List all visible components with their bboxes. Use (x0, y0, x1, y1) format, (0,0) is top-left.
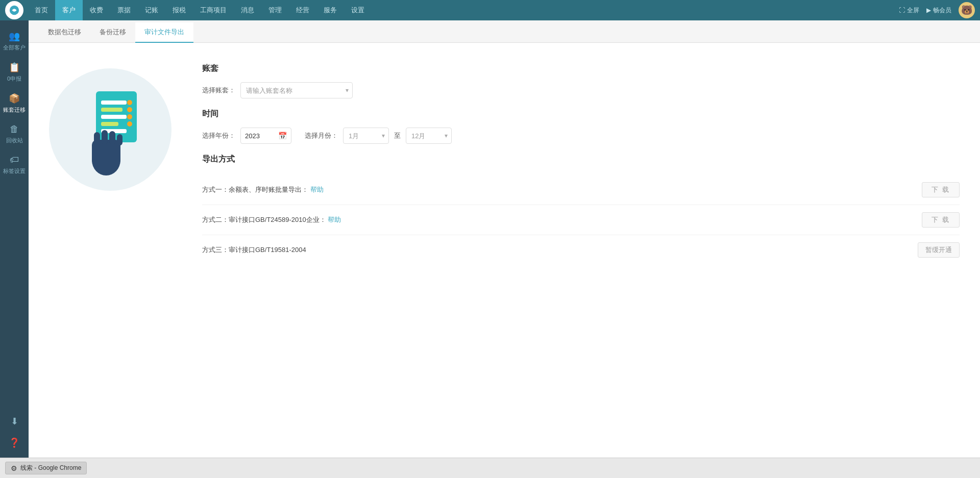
svg-point-10 (127, 121, 132, 127)
svg-rect-15 (109, 131, 115, 144)
export-method-1: 方式一：余额表、序时账批量导出： 帮助 下 载 (202, 175, 960, 205)
export-method-3: 方式三：审计接口GB/T19581-2004 暂缓开通 (202, 235, 960, 265)
nav-service[interactable]: 服务 (316, 0, 344, 20)
migration-icon: 📦 (9, 93, 20, 104)
export-section: 方式一：余额表、序时账批量导出： 帮助 下 载 方式二：审计接口GB/T2458… (202, 175, 960, 265)
tab-bar: 数据包迁移 备份迁移 审计文件导出 (29, 20, 980, 43)
export-method-2-label: 方式二：审计接口GB/T24589-2010企业： 帮助 (202, 215, 341, 224)
account-label: 选择账套： (202, 86, 235, 95)
svg-rect-4 (101, 115, 127, 119)
sidebar-download-btn[interactable]: ⬇ (6, 412, 23, 431)
tab-audit-export[interactable]: 审计文件导出 (135, 22, 193, 43)
svg-point-9 (127, 114, 132, 119)
sidebar-item-trash[interactable]: 🗑 回收站 (0, 119, 29, 149)
svg-rect-3 (101, 108, 122, 112)
export-method-1-help[interactable]: 帮助 (310, 186, 324, 193)
tab-data-migration[interactable]: 数据包迁移 (39, 22, 90, 43)
customers-icon: 👥 (9, 31, 20, 42)
year-value: 2023 (245, 132, 260, 140)
nav-invoice[interactable]: 票据 (110, 0, 138, 20)
trash-icon: 🗑 (10, 124, 19, 135)
page-content: 账套 选择账套： 请输入账套名称 时间 选择年份： 2023 (29, 43, 980, 458)
sidebar: 👥 全部客户 📋 0申报 📦 账套迁移 🗑 回收站 🏷 标签设置 ⬇ ❓ (0, 20, 29, 458)
month-end-select[interactable]: 1月2月3月4月 5月6月7月8月 9月10月11月12月 (406, 128, 452, 144)
content-area: 数据包迁移 备份迁移 审计文件导出 (29, 20, 980, 458)
top-nav-right: ⛶ 全屏 ▶ 畅会员 🐻 (899, 2, 975, 18)
account-form-row: 选择账套： 请输入账套名称 (202, 82, 960, 98)
export-method-1-btn[interactable]: 下 载 (922, 182, 960, 197)
export-method-3-label: 方式三：审计接口GB/T19581-2004 (202, 245, 306, 255)
nav-settings[interactable]: 设置 (344, 0, 372, 20)
svg-point-8 (127, 107, 132, 112)
nav-message[interactable]: 消息 (234, 0, 261, 20)
nav-home[interactable]: 首页 (28, 0, 55, 20)
illustration-circle (49, 68, 172, 191)
nav-items: 首页 客户 收费 票据 记账 报税 工商项目 消息 管理 经营 服务 设置 (28, 0, 899, 20)
sidebar-item-all-customers[interactable]: 👥 全部客户 (0, 26, 29, 57)
time-section-title: 时间 (202, 109, 960, 119)
taskbar-item-label: 线索 - Google Chrome (20, 464, 81, 472)
export-method-2: 方式二：审计接口GB/T24589-2010企业： 帮助 下 载 (202, 205, 960, 235)
nav-tax[interactable]: 报税 (165, 0, 193, 20)
sidebar-label-tag-settings: 标签设置 (3, 167, 26, 175)
sidebar-label-zero-declare: 0申报 (7, 75, 21, 83)
to-separator: 至 (394, 131, 401, 140)
time-form-row: 选择年份： 2023 📅 选择月份： 1月2月3月4月 5月6月7月8月 9月1… (202, 128, 960, 144)
tab-backup-migration[interactable]: 备份迁移 (90, 22, 135, 43)
chrome-icon: ⚙ (11, 464, 17, 472)
sidebar-label-trash: 回收站 (6, 137, 23, 144)
nav-operation[interactable]: 经营 (289, 0, 316, 20)
tag-icon: 🏷 (10, 155, 19, 165)
month-start-select-wrapper: 1月2月3月4月 5月6月7月8月 9月10月11月12月 (343, 128, 389, 144)
app-logo[interactable] (5, 1, 23, 19)
export-section-title: 导出方式 (202, 154, 960, 165)
nav-business[interactable]: 工商项目 (193, 0, 234, 20)
top-nav: 首页 客户 收费 票据 记账 报税 工商项目 消息 管理 经营 服务 设置 ⛶ … (0, 0, 980, 20)
sidebar-help-btn[interactable]: ❓ (6, 433, 23, 452)
nav-customer[interactable]: 客户 (55, 0, 83, 20)
avatar[interactable]: 🐻 (959, 2, 975, 18)
sidebar-label-migration: 账套迁移 (3, 106, 26, 114)
form-area: 账套 选择账套： 请输入账套名称 时间 选择年份： 2023 (202, 58, 960, 442)
nav-fee[interactable]: 收费 (83, 0, 110, 20)
svg-rect-13 (94, 132, 100, 146)
account-select[interactable]: 请输入账套名称 (240, 82, 353, 98)
sidebar-item-migration[interactable]: 📦 账套迁移 (0, 88, 29, 119)
fullscreen-icon: ⛶ (899, 7, 905, 14)
svg-rect-16 (117, 134, 122, 145)
export-method-2-help[interactable]: 帮助 (328, 216, 341, 223)
account-section-title: 账套 (202, 63, 960, 74)
month-start-select[interactable]: 1月2月3月4月 5月6月7月8月 9月10月11月12月 (343, 128, 389, 144)
svg-rect-14 (102, 130, 108, 144)
year-input-wrapper[interactable]: 2023 📅 (240, 128, 291, 144)
nav-manage[interactable]: 管理 (261, 0, 289, 20)
export-method-2-btn[interactable]: 下 载 (922, 212, 960, 228)
illustration-svg (69, 81, 151, 178)
svg-rect-5 (101, 122, 118, 126)
zero-declare-icon: 📋 (9, 62, 20, 73)
year-label: 选择年份： (202, 131, 235, 140)
main-layout: 👥 全部客户 📋 0申报 📦 账套迁移 🗑 回收站 🏷 标签设置 ⬇ ❓ 数据包… (0, 20, 980, 458)
sidebar-item-tag-settings[interactable]: 🏷 标签设置 (0, 149, 29, 180)
sidebar-bottom: ⬇ ❓ (6, 412, 23, 458)
taskbar: ⚙ 线索 - Google Chrome (0, 458, 980, 478)
month-end-select-wrapper: 1月2月3月4月 5月6月7月8月 9月10月11月12月 (406, 128, 452, 144)
svg-point-7 (127, 100, 132, 105)
month-label: 选择月份： (305, 131, 338, 140)
svg-rect-2 (101, 100, 127, 105)
calendar-icon: 📅 (278, 132, 287, 140)
nav-bookkeeping[interactable]: 记账 (138, 0, 165, 20)
export-method-1-label: 方式一：余额表、序时账批量导出： 帮助 (202, 185, 324, 194)
fullscreen-btn[interactable]: ⛶ 全屏 (899, 6, 919, 15)
taskbar-chrome-item[interactable]: ⚙ 线索 - Google Chrome (5, 462, 87, 474)
sidebar-item-zero-declare[interactable]: 📋 0申报 (0, 57, 29, 88)
account-select-wrapper: 请输入账套名称 (240, 82, 353, 98)
video-icon: ▶ (926, 7, 931, 14)
member-btn[interactable]: ▶ 畅会员 (926, 6, 951, 15)
illustration-wrap (49, 58, 172, 442)
sidebar-label-all-customers: 全部客户 (3, 44, 26, 52)
export-method-3-btn[interactable]: 暂缓开通 (918, 242, 960, 258)
